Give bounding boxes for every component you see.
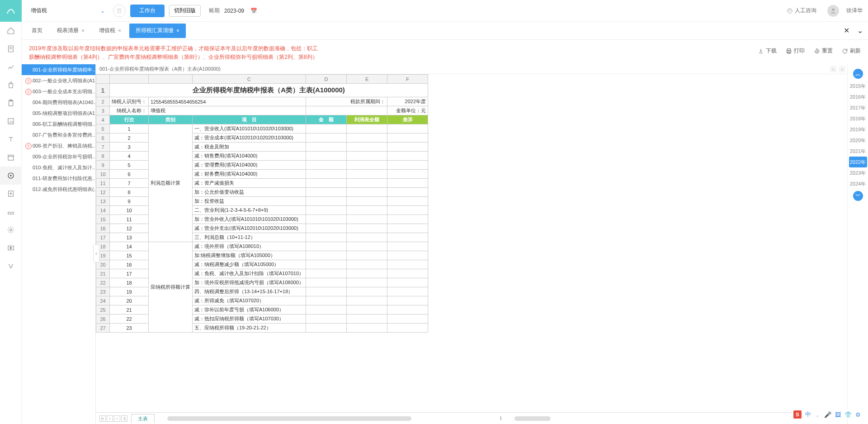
- year-2022年[interactable]: 2022年: [849, 157, 867, 167]
- refresh-action[interactable]: 刷新: [842, 47, 861, 55]
- nav-report-icon[interactable]: [0, 112, 22, 130]
- ime-widget: S 中 ， 🎤 🖼 👕 ⚙: [792, 410, 863, 419]
- close-icon[interactable]: ×: [176, 28, 179, 34]
- nav-chart-icon[interactable]: [0, 58, 22, 76]
- svg-rect-12: [788, 48, 791, 50]
- warn-icon: [25, 78, 31, 83]
- sheet-path: 001-企业所得税年度纳税申报表（A类）主表(A100000): [99, 66, 221, 72]
- year-2019年[interactable]: 2019年: [849, 124, 867, 135]
- close-all-icon[interactable]: ✕: [842, 26, 851, 35]
- svg-rect-4: [8, 155, 14, 160]
- ime-img-icon[interactable]: 🖼: [835, 411, 841, 418]
- nav-v-icon[interactable]: [0, 257, 22, 275]
- sheet-prev-icon[interactable]: ‹: [830, 66, 836, 72]
- note-icon[interactable]: [113, 5, 126, 17]
- form-list-item[interactable]: 001-企业所得税年度纳税申...: [22, 64, 95, 75]
- form-list-item[interactable]: 005-纳税调整项目明细表(A1...: [22, 108, 95, 119]
- nav-export-icon[interactable]: [0, 185, 22, 203]
- reset-action[interactable]: 重置: [814, 47, 833, 55]
- form-list-item[interactable]: 008-资产折旧、摊销及纳税...: [22, 140, 95, 151]
- calendar-icon[interactable]: 📅: [250, 8, 257, 14]
- svg-point-10: [788, 8, 793, 13]
- period-value: 2023-09: [224, 8, 244, 14]
- switch-old-button[interactable]: 切到旧版: [169, 5, 201, 17]
- tab-所得税汇算清缴[interactable]: 所得税汇算清缴×: [129, 24, 186, 38]
- app-logo: [0, 0, 22, 22]
- form-list-item[interactable]: 007-广告费和业务宣传费跨...: [22, 129, 95, 140]
- year-2023年[interactable]: 2023年: [849, 167, 867, 178]
- support-link[interactable]: 人工咨询: [787, 7, 816, 14]
- nav-settings-icon[interactable]: [0, 221, 22, 239]
- sheet-tab-main[interactable]: 主表: [131, 414, 155, 423]
- ime-punct[interactable]: ，: [815, 410, 821, 419]
- year-2021年[interactable]: 2021年: [849, 146, 867, 157]
- username: 徐泽华: [846, 7, 863, 14]
- ime-skin-icon[interactable]: 👕: [844, 411, 852, 418]
- sheet-next-icon[interactable]: ›: [839, 66, 845, 72]
- warn-icon: [25, 165, 31, 170]
- form-list-item[interactable]: 009-企业所得税弥补亏损明...: [22, 151, 95, 162]
- ime-logo[interactable]: S: [793, 410, 802, 419]
- icon-sidebar: [0, 0, 22, 424]
- form-list: 001-企业所得税年度纳税申...002-一般企业收入明细表(A1...003-…: [22, 64, 96, 424]
- close-icon[interactable]: ×: [81, 28, 85, 34]
- nav-doc-icon[interactable]: [0, 40, 22, 58]
- ime-mic-icon[interactable]: 🎤: [824, 411, 831, 418]
- year-rail: ︽ 2015年2016年2017年2018年2019年2020年2021年202…: [847, 64, 868, 424]
- nav-calendar-icon[interactable]: [0, 148, 22, 167]
- sheet-nav-last[interactable]: ›|: [121, 415, 127, 422]
- print-action[interactable]: 打印: [786, 47, 805, 55]
- year-2016年[interactable]: 2016年: [849, 91, 867, 102]
- nav-video-icon[interactable]: [0, 239, 22, 257]
- tab-增值税[interactable]: 增值税×: [93, 24, 127, 38]
- warn-icon: [25, 132, 31, 138]
- warn-icon: [25, 100, 31, 105]
- close-icon[interactable]: ×: [118, 28, 121, 34]
- form-list-item[interactable]: 004-期间费用明细表(A1040...: [22, 97, 95, 108]
- sheet-nav-prev[interactable]: ‹: [107, 415, 113, 422]
- year-2015年[interactable]: 2015年: [849, 81, 867, 91]
- hscroll[interactable]: [167, 416, 496, 421]
- collapse-handle[interactable]: ‹: [93, 244, 99, 262]
- nav-text-icon[interactable]: [0, 130, 22, 148]
- warn-icon: [25, 67, 31, 72]
- warn-icon: [25, 89, 31, 94]
- nav-bag-icon[interactable]: [0, 76, 22, 94]
- company-selector[interactable]: 增值税 ⌄: [27, 4, 108, 18]
- tab-menu-icon[interactable]: ⌄: [855, 26, 864, 35]
- warn-icon: [25, 121, 31, 127]
- sheet-area: 001-企业所得税年度纳税申报表（A类）主表(A100000) ‹ › C D: [96, 64, 847, 424]
- year-2020年[interactable]: 2020年: [849, 135, 867, 146]
- form-list-item[interactable]: 010-免税、减计收入及加计...: [22, 162, 95, 173]
- workspace-button[interactable]: 工作台: [130, 5, 165, 17]
- form-list-item[interactable]: 002-一般企业收入明细表(A1...: [22, 75, 95, 86]
- ime-lang[interactable]: 中: [805, 410, 811, 419]
- year-down-icon[interactable]: ︾: [853, 191, 863, 201]
- ime-menu-icon[interactable]: ⚙: [855, 411, 861, 418]
- tab-首页[interactable]: 首页: [25, 24, 49, 38]
- tab-税表清册[interactable]: 税表清册×: [51, 24, 91, 38]
- download-action[interactable]: 下载: [758, 47, 777, 55]
- year-2024年[interactable]: 2024年: [849, 178, 867, 189]
- nav-tax-icon[interactable]: [0, 167, 22, 185]
- nav-clipboard-icon[interactable]: [0, 94, 22, 112]
- nav-home-icon[interactable]: [0, 22, 22, 40]
- warn-icon: [25, 154, 31, 159]
- year-up-icon[interactable]: ︽: [853, 69, 863, 79]
- nav-inbox-icon[interactable]: [0, 203, 22, 221]
- sheet-nav-first[interactable]: |‹: [99, 415, 106, 422]
- sheet-nav-next[interactable]: ›: [114, 415, 120, 422]
- warn-icon: [25, 176, 31, 181]
- svg-point-11: [832, 8, 834, 10]
- form-list-item[interactable]: 011-研发费用加计扣除优惠...: [22, 173, 95, 184]
- sheet-tabs: |‹ ‹ › ›| 主表 ⁞: [96, 412, 847, 424]
- avatar[interactable]: [827, 5, 839, 17]
- svg-rect-14: [788, 52, 790, 53]
- spreadsheet-grid[interactable]: C D E F 1企业所得税年度纳税申报表（A类）主表(A100000)2纳税人…: [96, 74, 847, 412]
- year-2017年[interactable]: 2017年: [849, 102, 867, 113]
- year-2018年[interactable]: 2018年: [849, 113, 867, 124]
- company-name: 增值税: [31, 7, 47, 14]
- form-list-item[interactable]: 012-减免所得税优惠明细表(...: [22, 184, 95, 195]
- form-list-item[interactable]: 006-职工薪酬纳税调整明细...: [22, 119, 95, 129]
- form-list-item[interactable]: 003-一般企业成本支出明细...: [22, 86, 95, 97]
